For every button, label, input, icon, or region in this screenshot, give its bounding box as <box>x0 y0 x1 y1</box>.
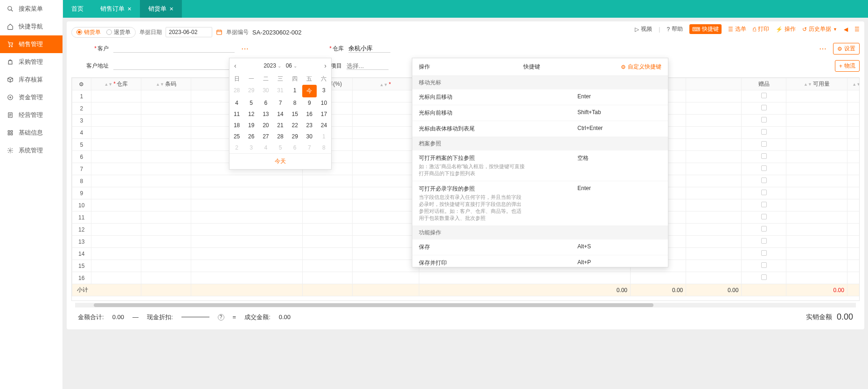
gift-cell[interactable] <box>742 175 786 187</box>
customer-input[interactable] <box>113 45 235 53</box>
cell[interactable] <box>302 175 352 187</box>
cell[interactable] <box>786 115 847 127</box>
prev-month-icon[interactable]: ‹ <box>234 62 236 69</box>
checkbox[interactable] <box>761 117 767 123</box>
checkbox[interactable] <box>761 190 767 195</box>
cell[interactable] <box>686 212 742 224</box>
cell[interactable] <box>686 224 742 236</box>
cell[interactable] <box>91 224 141 236</box>
cell[interactable] <box>686 175 742 187</box>
cell[interactable] <box>847 90 860 102</box>
cell[interactable] <box>847 102 860 115</box>
cell[interactable] <box>786 187 847 199</box>
cell[interactable] <box>91 115 141 127</box>
cell[interactable] <box>631 272 686 284</box>
calendar-day[interactable]: 17 <box>317 109 331 120</box>
calendar-day[interactable]: 19 <box>244 120 258 131</box>
project-input[interactable] <box>347 62 389 70</box>
cell[interactable] <box>302 248 352 260</box>
cell[interactable] <box>847 212 860 224</box>
date-input[interactable] <box>166 27 212 37</box>
cell[interactable] <box>352 187 419 199</box>
cell[interactable] <box>91 248 141 260</box>
calendar-day[interactable]: 29 <box>244 85 258 97</box>
scrollbar-thumb[interactable] <box>94 303 653 307</box>
cell[interactable] <box>352 248 419 260</box>
cell[interactable] <box>191 199 302 212</box>
cell[interactable] <box>141 212 191 224</box>
cell[interactable] <box>141 127 191 139</box>
checkbox[interactable] <box>761 177 767 183</box>
calendar-day[interactable]: 2 <box>229 142 244 153</box>
cell[interactable] <box>786 102 847 115</box>
today-button[interactable]: 今天 <box>229 153 331 169</box>
col-gear[interactable]: ⚙ <box>72 78 91 90</box>
calendar-day[interactable]: 3 <box>317 85 331 97</box>
cell[interactable] <box>91 212 141 224</box>
hotkey-button[interactable]: ⌨快捷键 <box>689 24 722 34</box>
tab-sales-order[interactable]: 销售订单✕ <box>92 0 140 18</box>
cell[interactable] <box>141 90 191 102</box>
calendar-day[interactable]: 16 <box>302 109 317 120</box>
cell[interactable] <box>141 102 191 115</box>
cell[interactable] <box>91 187 141 199</box>
checkbox[interactable] <box>761 93 767 98</box>
calendar-day[interactable]: 14 <box>273 109 287 120</box>
cell[interactable] <box>141 163 191 175</box>
action-link[interactable]: ⚡操作 <box>776 25 796 33</box>
cell[interactable] <box>352 212 419 224</box>
cell[interactable] <box>352 199 419 212</box>
cell[interactable] <box>352 90 419 102</box>
cell[interactable] <box>141 199 191 212</box>
logistics-button[interactable]: +物流 <box>835 60 860 72</box>
cell[interactable] <box>847 248 860 260</box>
next-month-icon[interactable]: › <box>324 62 326 69</box>
cell[interactable] <box>352 272 419 284</box>
sidebar-item-search[interactable]: 搜索菜单 <box>0 0 62 18</box>
warehouse-input[interactable] <box>348 45 390 53</box>
cell[interactable] <box>686 272 742 284</box>
calendar-day[interactable]: 9 <box>302 97 317 109</box>
cell[interactable] <box>141 151 191 163</box>
cell[interactable] <box>786 272 847 284</box>
cell[interactable] <box>847 187 860 199</box>
col-avail[interactable]: ▲▼可用量 <box>786 78 847 90</box>
cell[interactable] <box>141 260 191 272</box>
sidebar-item-basic[interactable]: 基础信息 <box>0 124 62 142</box>
video-link[interactable]: ▷视频 <box>635 25 652 33</box>
cell[interactable] <box>191 272 302 284</box>
doc-type-return[interactable]: 退货单 <box>106 28 131 36</box>
calendar-day[interactable]: 5 <box>273 142 287 153</box>
calendar-day[interactable]: 22 <box>288 120 302 131</box>
cell[interactable] <box>847 236 860 248</box>
sidebar-item-system[interactable]: 系统管理 <box>0 142 62 159</box>
calendar-day[interactable]: 21 <box>273 120 287 131</box>
checkbox[interactable] <box>761 214 767 219</box>
col-hidden-4[interactable] <box>686 78 742 90</box>
sidebar-item-business[interactable]: 经营管理 <box>0 106 62 124</box>
cell[interactable] <box>786 224 847 236</box>
cell[interactable] <box>686 199 742 212</box>
gift-cell[interactable] <box>742 236 786 248</box>
cell[interactable] <box>352 260 419 272</box>
col-barcode[interactable]: ▲▼条码 <box>141 78 191 90</box>
cell[interactable] <box>352 175 419 187</box>
cell[interactable] <box>302 236 352 248</box>
gift-cell[interactable] <box>742 187 786 199</box>
gift-cell[interactable] <box>742 272 786 284</box>
cell[interactable] <box>686 151 742 163</box>
cell[interactable] <box>191 260 302 272</box>
cell[interactable] <box>847 199 860 212</box>
cell[interactable] <box>141 187 191 199</box>
cell[interactable] <box>352 139 419 151</box>
checkbox[interactable] <box>761 129 767 135</box>
cell[interactable] <box>786 163 847 175</box>
checkbox[interactable] <box>761 141 767 147</box>
sidebar-item-sales[interactable]: 销售管理 <box>0 35 62 53</box>
cell[interactable] <box>686 115 742 127</box>
cell[interactable] <box>686 248 742 260</box>
cell[interactable] <box>302 224 352 236</box>
cell[interactable] <box>191 224 302 236</box>
calendar-day[interactable]: 18 <box>229 120 244 131</box>
calendar-day[interactable]: 1 <box>317 131 331 142</box>
